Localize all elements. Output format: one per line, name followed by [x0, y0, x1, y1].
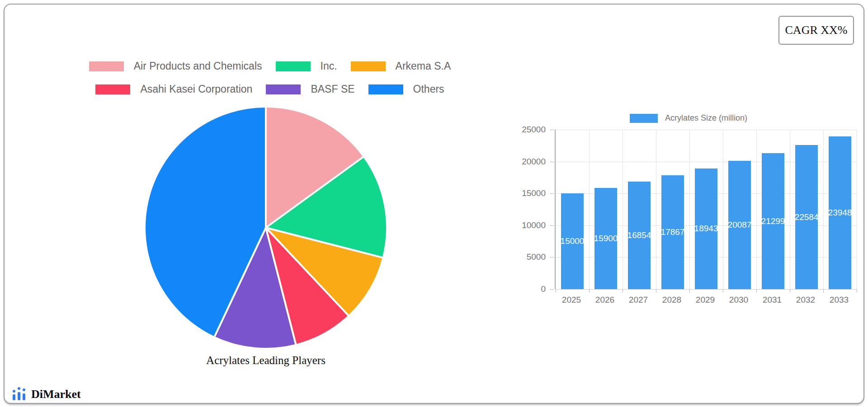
- pie-legend: Air Products and Chemicals Inc. Arkema S…: [53, 60, 487, 95]
- pie-legend-row-2: Asahi Kasei Corporation BASF SE Others: [95, 83, 444, 95]
- report-card: CAGR XX% Air Products and Chemicals Inc.…: [4, 4, 864, 404]
- y-tick-label: 5000: [513, 252, 546, 262]
- x-tick-mark: [656, 289, 656, 293]
- cagr-badge: CAGR XX%: [778, 16, 854, 45]
- x-tick-mark: [790, 289, 790, 293]
- gridline-x-4: [689, 130, 690, 289]
- x-tick-mark: [689, 289, 690, 293]
- gridline-x-7: [790, 130, 790, 289]
- bar-value-label: 15000: [556, 236, 589, 246]
- gridline-y-0: [556, 289, 857, 290]
- legend-swatch-icon: [351, 61, 386, 71]
- gridline-x-1: [589, 130, 590, 289]
- bar-plot-area: 1500015900168541786718943200872129922584…: [555, 130, 857, 289]
- bar-legend-swatch-icon: [630, 114, 658, 123]
- pie-legend-row-1: Air Products and Chemicals Inc. Arkema S…: [89, 60, 451, 72]
- gridline-y-25000: [556, 130, 857, 130]
- gridline-x-6: [756, 130, 757, 289]
- x-tick-label: 2027: [622, 295, 655, 305]
- legend-label: Air Products and Chemicals: [134, 60, 262, 72]
- x-tick-mark: [723, 289, 723, 293]
- x-tick-label: 2029: [689, 295, 722, 305]
- y-tick-mark: [550, 257, 554, 257]
- x-tick-mark: [857, 289, 857, 293]
- y-tick-mark: [550, 162, 554, 162]
- x-tick-mark: [756, 289, 757, 293]
- y-tick-mark: [550, 193, 554, 194]
- y-tick-label: 15000: [513, 188, 546, 198]
- y-tick-label: 10000: [513, 220, 546, 230]
- gridline-x-9: [857, 130, 857, 289]
- bar-value-label: 16854: [623, 230, 656, 240]
- bar-chart-section: Acrylates Size (million) 050001000015000…: [555, 113, 856, 312]
- x-tick-mark: [623, 289, 623, 293]
- legend-item-asahi-kasei: Asahi Kasei Corporation: [95, 83, 252, 95]
- bar-legend-label: Acrylates Size (million): [665, 113, 747, 123]
- x-tick-mark: [589, 289, 590, 293]
- x-tick-label: 2033: [822, 295, 856, 305]
- legend-item-basf: BASF SE: [266, 83, 354, 95]
- legend-item-others: Others: [368, 83, 444, 95]
- bar-value-label: 22584: [790, 212, 823, 222]
- y-tick-label: 0: [513, 284, 546, 294]
- bar-chart-logo-icon: [12, 387, 28, 400]
- x-tick-label: 2030: [722, 295, 755, 305]
- bar-value-label: 18943: [689, 224, 723, 234]
- y-tick-mark: [550, 225, 554, 226]
- gridline-x-3: [656, 130, 656, 289]
- x-tick-mark: [823, 289, 824, 293]
- x-tick-label: 2028: [655, 295, 689, 305]
- y-tick-mark: [550, 289, 554, 290]
- legend-item-inc: Inc.: [276, 60, 337, 72]
- pie-chart-title: Acrylates Leading Players: [98, 354, 434, 367]
- x-tick-label: 2032: [789, 295, 822, 305]
- y-axis: 0500010000150002000025000: [513, 130, 554, 289]
- legend-label: Asahi Kasei Corporation: [140, 83, 252, 95]
- brand-name: DiMarket: [31, 388, 81, 400]
- legend-swatch-icon: [95, 84, 130, 94]
- bar-value-label: 21299: [756, 216, 790, 226]
- x-tick-label: 2025: [555, 295, 588, 305]
- legend-item-arkema: Arkema S.A: [351, 60, 451, 72]
- dimarket-logo: DiMarket: [12, 387, 81, 400]
- cagr-label: CAGR XX%: [785, 23, 848, 37]
- gridline-x-5: [723, 130, 723, 289]
- x-axis: 202520262027202820292030203120322033: [555, 295, 856, 307]
- legend-item-air-products: Air Products and Chemicals: [89, 60, 262, 72]
- x-tick-mark: [556, 289, 556, 293]
- pie-chart: [143, 105, 388, 350]
- legend-label: Others: [413, 83, 444, 95]
- legend-swatch-icon: [89, 61, 124, 71]
- bar-legend: Acrylates Size (million): [538, 113, 839, 123]
- bar-value-label: 20087: [723, 220, 756, 230]
- pie-chart-svg: [143, 105, 388, 350]
- bar-value-label: 15900: [589, 234, 623, 243]
- legend-swatch-icon: [266, 84, 301, 94]
- y-tick-mark: [550, 130, 554, 130]
- legend-label: Inc.: [321, 60, 337, 72]
- legend-label: BASF SE: [311, 83, 354, 95]
- y-tick-label: 25000: [513, 125, 546, 135]
- bar-value-label: 23948: [823, 208, 857, 218]
- legend-label: Arkema S.A: [396, 60, 451, 72]
- legend-swatch-icon: [368, 84, 403, 94]
- y-tick-label: 20000: [513, 157, 546, 167]
- gridline-x-2: [623, 130, 623, 289]
- bar-value-label: 17867: [656, 227, 689, 237]
- x-tick-label: 2031: [755, 295, 789, 305]
- legend-swatch-icon: [276, 61, 311, 71]
- x-tick-label: 2026: [588, 295, 622, 305]
